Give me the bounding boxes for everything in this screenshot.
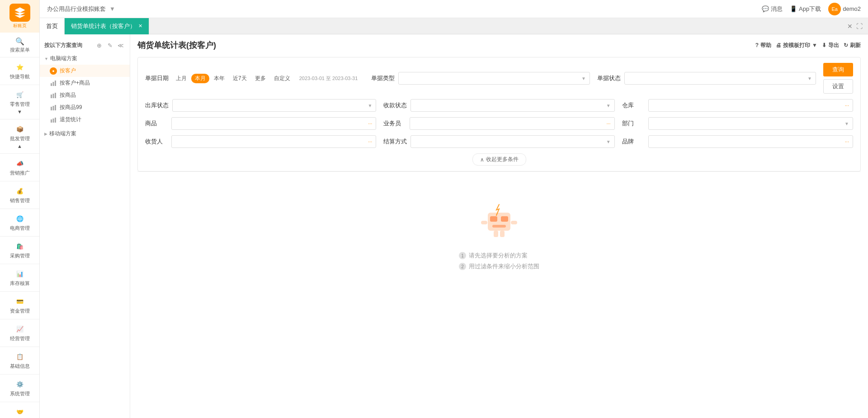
app-download-button[interactable]: 📱 App下载 (790, 5, 821, 13)
inventory-icon: 📊 (15, 269, 25, 279)
panel-group-mobile-header[interactable]: ▶ 移动端方案 (40, 128, 130, 140)
sidebar-item-system[interactable]: ⚙️ 系统管理 (0, 375, 39, 402)
doc-type-input[interactable]: ▼ (398, 72, 590, 85)
export-label: 导出 (828, 42, 839, 49)
payment-status-arrow: ▼ (606, 103, 611, 108)
search-menu-label: 搜索菜单 (10, 47, 30, 53)
date-tab-more[interactable]: 更多 (251, 74, 269, 83)
query-button[interactable]: 查询 (823, 63, 853, 76)
topbar-right: 💬 消息 📱 App下载 Ea demo2 (762, 3, 861, 15)
tip-text-1: 请先选择要分析的方案 (469, 252, 528, 260)
message-button[interactable]: 💬 消息 (762, 5, 783, 13)
svg-rect-0 (51, 83, 52, 86)
content-area: 按以下方案查询 ⊕ ✎ ≪ ▼ 电脑端方案 ● 按客户 (40, 34, 868, 418)
receiver-more-btn[interactable]: ··· (368, 139, 372, 144)
sidebar-search-menu[interactable]: 🔍 搜索菜单 (0, 33, 39, 57)
edit-scheme-button[interactable]: ✎ (105, 41, 114, 50)
panel-item-return-stats[interactable]: 退货统计 (40, 114, 130, 126)
empty-tip-2: 2 用过滤条件来缩小分析范围 (459, 262, 539, 271)
tab-close-window-button[interactable]: ✕ (847, 23, 853, 30)
brand-input[interactable]: ··· (648, 135, 853, 148)
date-tabs: 上月 本月 本年 近7天 更多 自定义 (172, 74, 294, 83)
collapse-panel-button[interactable]: ≪ (116, 41, 125, 50)
purchase-icon: 🛍️ (15, 241, 25, 251)
payment-status-input[interactable]: ▼ (410, 99, 614, 112)
tab-sales-stat[interactable]: 销货单统计表（按客户） ✕ (65, 18, 149, 34)
panel-item-by-customer-product[interactable]: 按客户+商品 (40, 77, 130, 89)
empty-icon (476, 199, 522, 244)
filter-item-payment-status: 收款状态 ▼ (383, 99, 614, 112)
sidebar-item-wholesale[interactable]: 📦 批发管理 ▲ (0, 119, 39, 154)
sidebar-item-operations[interactable]: 📈 经营管理 (0, 319, 39, 347)
panel-item-by-customer[interactable]: ● 按客户 (40, 65, 130, 77)
date-tab-7days[interactable]: 近7天 (229, 74, 250, 83)
receiver-input[interactable]: ··· (171, 135, 376, 148)
panel-item-by-product-99[interactable]: 按商品99 (40, 101, 130, 114)
refresh-button[interactable]: ↻ 刷新 (844, 42, 861, 49)
sidebar-item-inventory[interactable]: 📊 库存核算 (0, 264, 39, 292)
logo-icon (9, 4, 30, 22)
out-status-input[interactable]: ▼ (172, 99, 376, 112)
salesperson-more-btn[interactable]: ··· (606, 121, 610, 126)
settings-button[interactable]: 设置 (823, 79, 853, 94)
tab-close-button[interactable]: ✕ (138, 23, 142, 29)
print-button[interactable]: 🖨 按模板打印 ▼ (776, 42, 817, 49)
basic-info-icon: 📋 (15, 352, 25, 361)
panel-header-actions: ⊕ ✎ ≪ (94, 41, 125, 50)
tab-sales-stat-label: 销货单统计表（按客户） (71, 22, 136, 30)
tab-maximize-button[interactable]: ⛶ (856, 23, 863, 30)
panel-group-desktop-header[interactable]: ▼ 电脑端方案 (40, 52, 130, 65)
topbar-dropdown-icon[interactable]: ▼ (109, 5, 115, 12)
export-button[interactable]: ⬇ 导出 (822, 42, 839, 49)
sidebar-item-basic-info[interactable]: 📋 基础信息 (0, 347, 39, 375)
warehouse-more-btn[interactable]: ··· (845, 103, 849, 108)
sidebar: 标账页 🔍 搜索菜单 ⭐ 快捷导航 🛒 零售管理 ▼ 📦 批发管理 ▲ 📣 营销… (0, 0, 40, 418)
sidebar-item-sales[interactable]: 💰 销售管理 (0, 181, 39, 209)
collapse-button[interactable]: ∧ 收起更多条件 (472, 153, 526, 166)
product-input[interactable]: ··· (171, 117, 376, 130)
svg-rect-8 (55, 105, 56, 110)
by-product-icon (50, 92, 57, 99)
date-tab-last-month[interactable]: 上月 (172, 74, 190, 83)
add-scheme-button[interactable]: ⊕ (94, 41, 104, 50)
date-tab-custom[interactable]: 自定义 (270, 74, 294, 83)
filter-item-doc-status: 单据状态 ▼ (597, 72, 816, 85)
collapse-up-icon: ∧ (480, 157, 484, 163)
basic-info-label: 基础信息 (10, 363, 30, 370)
date-tab-this-year[interactable]: 本年 (210, 74, 228, 83)
sidebar-item-finance[interactable]: 💳 资金管理 (0, 292, 39, 319)
help-button[interactable]: ? 帮助 (755, 42, 771, 49)
svg-rect-19 (500, 231, 505, 237)
filter-row-3: 商品 ··· 业务员 ··· 部门 (145, 117, 853, 130)
filter-item-salesperson: 业务员 ··· (383, 117, 614, 130)
doc-status-input[interactable]: ▼ (624, 72, 816, 85)
date-tab-this-month[interactable]: 本月 (191, 74, 209, 83)
svg-rect-7 (53, 106, 54, 110)
user-menu[interactable]: Ea demo2 (828, 3, 861, 15)
filter-item-brand: 品牌 ··· (622, 135, 853, 148)
sidebar-item-purchase[interactable]: 🛍️ 采购管理 (0, 237, 39, 264)
panel-item-by-product[interactable]: 按商品 (40, 89, 130, 101)
filter-item-warehouse: 仓库 ··· (622, 99, 853, 112)
brand-more-btn[interactable]: ··· (845, 139, 849, 144)
by-product-label: 按商品 (60, 91, 76, 99)
sales-label: 销售管理 (10, 197, 30, 204)
settlement-input[interactable]: ▼ (410, 135, 614, 148)
sidebar-item-ecommerce[interactable]: 🌐 电商管理 (0, 209, 39, 237)
sidebar-item-retail[interactable]: 🛒 零售管理 ▼ (0, 85, 39, 119)
tab-home[interactable]: 首页 (40, 18, 65, 34)
sidebar-item-marketing[interactable]: 📣 营销推广 (0, 154, 39, 181)
app-download-icon: 📱 (790, 5, 797, 12)
sidebar-item-enterprise[interactable]: 🤝 企业协同 (0, 402, 39, 418)
sidebar-item-shortcut[interactable]: ⭐ 快捷导航 (0, 57, 39, 85)
salesperson-input[interactable]: ··· (410, 117, 614, 130)
svg-rect-3 (51, 95, 52, 98)
panel-header-title: 按以下方案查询 (44, 42, 82, 49)
sidebar-logo[interactable]: 标账页 (0, 0, 39, 33)
group-mobile-title: 移动端方案 (49, 130, 76, 138)
print-arrow: ▼ (812, 42, 817, 48)
department-input[interactable]: ▼ (648, 117, 853, 130)
warehouse-input[interactable]: ··· (648, 99, 853, 112)
tip-num-1: 1 (459, 252, 466, 259)
product-more-btn[interactable]: ··· (368, 121, 372, 126)
